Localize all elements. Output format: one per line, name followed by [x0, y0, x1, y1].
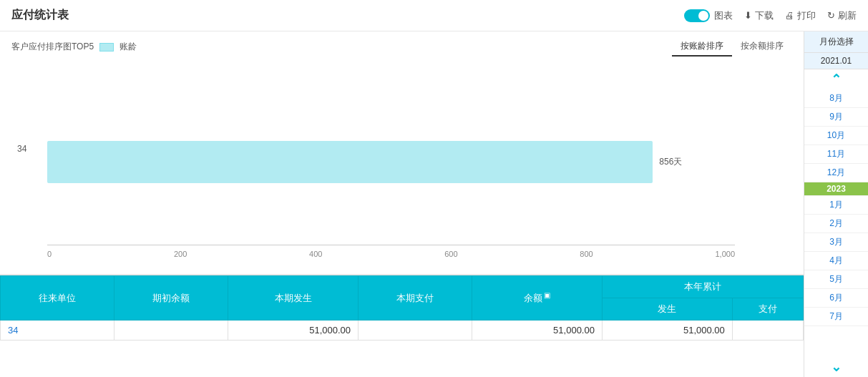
td-opening — [114, 320, 228, 341]
x-tick-0: 0 — [47, 250, 52, 258]
header-actions: 图表 ⬇ 下载 🖨 打印 ↻ 刷新 — [684, 9, 857, 22]
x-axis-ticks: 0 200 400 600 800 1,000 — [47, 250, 735, 258]
chart-legend: 客户应付排序图TOP5 账龄 — [11, 41, 137, 53]
sort-tab-balance[interactable]: 按余额排序 — [732, 37, 792, 57]
sidebar-month-10[interactable]: 10月 — [804, 127, 868, 145]
td-ytd-pay — [732, 320, 803, 341]
chart-toggle[interactable] — [684, 9, 710, 22]
refresh-icon: ↻ — [827, 10, 835, 21]
chart-toggle-wrap: 图表 — [684, 9, 733, 22]
down-arrow-icon[interactable]: ⌄ — [829, 360, 844, 374]
sidebar-down-button[interactable]: ⌄ — [804, 357, 868, 377]
sidebar-year-2023: 2023 — [804, 182, 868, 196]
refresh-button[interactable]: ↻ 刷新 — [827, 9, 857, 22]
x-axis-line — [47, 245, 735, 245]
th-unit: 往来单位 — [1, 276, 114, 320]
x-tick-1000: 1,000 — [715, 250, 735, 258]
td-balance: 51,000.00 — [472, 320, 603, 341]
sidebar-month-9[interactable]: 9月 — [804, 108, 868, 127]
sidebar-month-3[interactable]: 3月 — [804, 233, 868, 252]
data-table: 往来单位 期初余额 本期发生 本期支付 余额▣ 本年累计 发生 支付 — [0, 275, 804, 341]
chart-toggle-label: 图表 — [714, 9, 733, 22]
bar-fill — [47, 141, 653, 182]
chart-controls: 客户应付排序图TOP5 账龄 按账龄排序 按余额排序 — [0, 31, 804, 59]
th-ytd-occur: 发生 — [602, 298, 732, 320]
sidebar-month-1[interactable]: 1月 — [804, 196, 868, 215]
td-ytd-occur: 51,000.00 — [602, 320, 732, 341]
main-content: 客户应付排序图TOP5 账龄 按账龄排序 按余额排序 34 — [0, 31, 868, 377]
sidebar-month-12[interactable]: 12月 — [804, 164, 868, 182]
table-row: 34 51,000.00 51,000.00 51,000.00 — [1, 320, 804, 341]
table-wrap: 往来单位 期初余额 本期发生 本期支付 余额▣ 本年累计 发生 支付 — [0, 274, 804, 341]
x-tick-400: 400 — [309, 250, 322, 258]
x-tick-800: 800 — [580, 250, 593, 258]
sidebar-date: 2021.01 — [804, 53, 868, 69]
td-unit: 34 — [1, 320, 114, 341]
sidebar-up-button[interactable]: ⌃ — [804, 69, 868, 89]
x-tick-600: 600 — [444, 250, 457, 258]
sort-tabs: 按账龄排序 按余额排序 — [672, 37, 792, 57]
print-icon: 🖨 — [785, 10, 794, 21]
right-sidebar: 月份选择 2021.01 ⌃ 8月 9月 10月 11月 12月 2023 1月… — [804, 31, 868, 377]
download-icon: ⬇ — [744, 10, 752, 21]
download-button[interactable]: ⬇ 下载 — [744, 9, 774, 22]
sort-tab-aging[interactable]: 按账龄排序 — [672, 37, 732, 57]
bar-chart-wrap: 34 856天 0 200 400 6 — [0, 59, 804, 274]
th-current-occur: 本期发生 — [228, 276, 359, 320]
chart-table-area: 客户应付排序图TOP5 账龄 按账龄排序 按余额排序 34 — [0, 31, 804, 377]
bar-y-label: 34 — [17, 144, 26, 154]
x-tick-200: 200 — [174, 250, 187, 258]
legend-box-label: 账龄 — [120, 41, 137, 53]
th-ytd: 本年累计 — [602, 276, 803, 298]
print-button[interactable]: 🖨 打印 — [785, 9, 816, 22]
th-ytd-pay: 支付 — [732, 298, 803, 320]
legend-label: 客户应付排序图TOP5 — [11, 41, 94, 53]
sidebar-month-4[interactable]: 4月 — [804, 252, 868, 270]
unit-link[interactable]: 34 — [8, 325, 18, 336]
sidebar-header: 月份选择 — [804, 31, 868, 53]
th-current-pay: 本期支付 — [359, 276, 472, 320]
app-header: 应付统计表 图表 ⬇ 下载 🖨 打印 ↻ 刷新 — [0, 0, 868, 31]
sidebar-month-7[interactable]: 7月 — [804, 308, 868, 326]
up-arrow-icon[interactable]: ⌃ — [829, 72, 844, 87]
bar-chart: 34 856天 0 200 400 6 — [11, 65, 792, 274]
bar-end-label: 856天 — [659, 141, 682, 182]
page-title: 应付统计表 — [11, 8, 69, 23]
td-current-pay — [359, 320, 472, 341]
sidebar-month-6[interactable]: 6月 — [804, 289, 868, 308]
legend-box — [99, 43, 114, 52]
th-balance: 余额▣ — [472, 276, 603, 320]
th-opening: 期初余额 — [114, 276, 228, 320]
sidebar-month-8[interactable]: 8月 — [804, 89, 868, 108]
sidebar-month-2[interactable]: 2月 — [804, 215, 868, 233]
sidebar-month-11[interactable]: 11月 — [804, 145, 868, 164]
td-current-occur: 51,000.00 — [228, 320, 359, 341]
sidebar-months: 8月 9月 10月 11月 12月 2023 1月 2月 3月 4月 5月 6月… — [804, 89, 868, 357]
sidebar-month-5[interactable]: 5月 — [804, 270, 868, 289]
